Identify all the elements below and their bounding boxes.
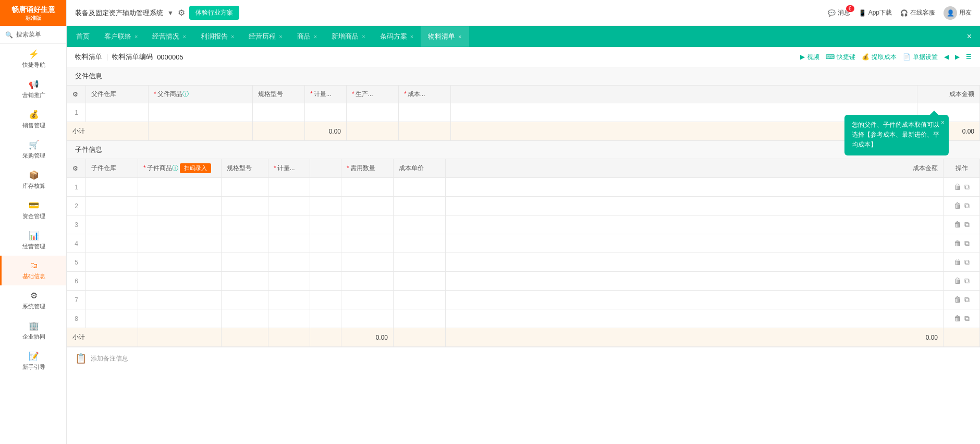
child-row-unit-cost[interactable] [394,234,446,253]
search-menu[interactable]: 🔍 搜索菜单 [0,26,66,44]
parent-row-spec[interactable] [253,103,305,122]
settings-gear-button[interactable]: ⚙ [178,8,185,18]
child-row-unit[interactable] [268,309,310,328]
tab-bom-close[interactable]: × [458,33,461,40]
sidebar-item-marketing[interactable]: 📢 营销推广 [0,74,66,104]
child-row-product[interactable] [138,291,222,309]
copy-icon[interactable]: ⧉ [964,201,970,210]
sidebar-item-operation[interactable]: 📊 经营管理 [0,225,66,256]
child-row-spec[interactable] [222,272,268,291]
nav-next-icon[interactable]: ▶ [955,53,960,61]
tab-operation-status-close[interactable]: × [182,33,186,40]
parent-row-cost[interactable] [399,103,451,122]
delete-icon[interactable]: 🗑 [954,277,961,285]
child-row-product[interactable] [138,309,222,328]
delete-icon[interactable]: 🗑 [954,201,961,210]
delete-icon[interactable]: 🗑 [954,220,961,229]
child-row-product[interactable] [138,215,222,234]
extract-cost-action[interactable]: 💰 提取成本 [862,53,897,62]
child-row-product[interactable] [138,197,222,215]
system-dropdown-button[interactable]: ▼ [167,9,174,17]
child-row-spec[interactable] [222,197,268,215]
child-row-unit-cost[interactable] [394,291,446,309]
tab-profit[interactable]: 利润报告 × [193,26,241,47]
video-action[interactable]: ▶ 视频 [800,53,819,62]
tab-home[interactable]: 首页 [69,26,97,47]
child-row-unit[interactable] [268,215,310,234]
parent-row-unit[interactable] [305,103,347,122]
child-row-warehouse[interactable] [86,272,138,291]
child-row-unit-cost[interactable] [394,272,446,291]
sidebar-item-guide[interactable]: 📝 新手引导 [0,346,66,376]
copy-icon[interactable]: ⧉ [964,258,970,267]
app-download-action[interactable]: 📱 App下载 [859,8,892,17]
child-row-spec[interactable] [222,178,268,197]
child-row-warehouse[interactable] [86,197,138,215]
child-row-quantity[interactable] [341,291,394,309]
delete-icon[interactable]: 🗑 [954,295,961,304]
tab-goods[interactable]: 商品 × [290,26,324,47]
online-service-action[interactable]: 🎧 在线客服 [900,8,935,17]
copy-icon[interactable]: ⧉ [964,239,970,248]
child-row-unit-cost[interactable] [394,309,446,328]
user-action[interactable]: 👤 用友 [944,6,972,20]
doc-settings-action[interactable]: 📄 单据设置 [903,53,938,62]
child-row-warehouse[interactable] [86,178,138,197]
child-row-quantity[interactable] [341,309,394,328]
child-row-quantity[interactable] [341,215,394,234]
child-row-warehouse[interactable] [86,215,138,234]
child-row-unit[interactable] [268,272,310,291]
experience-button[interactable]: 体验行业方案 [189,6,239,20]
delete-icon[interactable]: 🗑 [954,258,961,267]
child-row-product[interactable] [138,272,222,291]
child-row-unit[interactable] [268,291,310,309]
copy-icon[interactable]: ⧉ [964,314,970,323]
child-row-unit-cost[interactable] [394,215,446,234]
child-row-unit-cost[interactable] [394,178,446,197]
child-row-spec[interactable] [222,309,268,328]
tab-history[interactable]: 经营历程 × [241,26,289,47]
list-view-icon[interactable]: ☰ [966,53,972,61]
shortcut-action[interactable]: ⌨ 快捷键 [826,53,855,62]
sidebar-item-system[interactable]: ⚙ 系统管理 [0,285,66,316]
tab-new-goods[interactable]: 新增商品 × [324,26,372,47]
tab-customer-close[interactable]: × [134,33,138,40]
tab-customer[interactable]: 客户联络 × [97,26,145,47]
child-row-product[interactable] [138,234,222,253]
delete-icon[interactable]: 🗑 [954,314,961,323]
sidebar-item-enterprise[interactable]: 🏢 企业协同 [0,316,66,346]
child-row-warehouse[interactable] [86,253,138,272]
copy-icon[interactable]: ⧉ [964,220,970,229]
sidebar-item-quick-nav[interactable]: ⚡ 快捷导航 [0,44,66,74]
child-row-unit[interactable] [268,197,310,215]
child-row-unit-cost[interactable] [394,197,446,215]
copy-icon[interactable]: ⧉ [964,183,970,191]
tab-history-close[interactable]: × [279,33,282,40]
child-row-unit[interactable] [268,178,310,197]
tab-barcode-close[interactable]: × [410,33,413,40]
child-row-spec[interactable] [222,234,268,253]
child-row-warehouse[interactable] [86,291,138,309]
delete-icon[interactable]: 🗑 [954,239,961,248]
tab-new-goods-close[interactable]: × [362,33,365,40]
child-row-quantity[interactable] [341,178,394,197]
child-row-quantity[interactable] [341,234,394,253]
sidebar-item-basic-info[interactable]: 🗂 基础信息 [0,256,66,285]
sidebar-item-inventory[interactable]: 📦 库存核算 [0,165,66,195]
tab-barcode[interactable]: 条码方案 × [373,26,421,47]
child-row-unit[interactable] [268,234,310,253]
child-row-quantity[interactable] [341,272,394,291]
child-row-spec[interactable] [222,253,268,272]
sidebar-item-finance[interactable]: 💳 资金管理 [0,195,66,225]
child-row-product[interactable] [138,253,222,272]
child-row-warehouse[interactable] [86,309,138,328]
child-row-warehouse[interactable] [86,234,138,253]
scan-button[interactable]: 扫码录入 [180,163,211,173]
child-row-product[interactable] [138,178,222,197]
child-row-unit[interactable] [268,253,310,272]
tab-operation-status[interactable]: 经营情况 × [145,26,193,47]
copy-icon[interactable]: ⧉ [964,295,970,304]
child-row-spec[interactable] [222,291,268,309]
parent-row-production[interactable] [347,103,399,122]
child-row-spec[interactable] [222,215,268,234]
